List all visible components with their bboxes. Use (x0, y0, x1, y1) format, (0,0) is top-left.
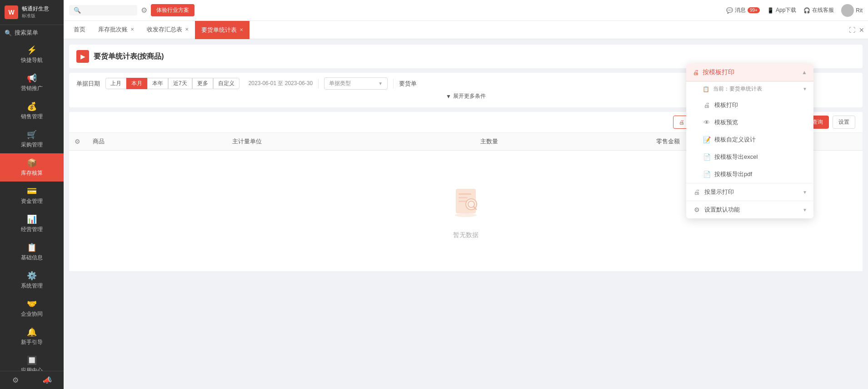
date-btn-7days[interactable]: 近7天 (168, 78, 192, 89)
sidebar-label-finance: 资金管理 (21, 197, 43, 205)
sidebar-label-sales: 销售管理 (21, 113, 43, 121)
tab-receipt-summary-label: 收发存汇总表 (147, 25, 182, 34)
dropdown-section-display-print[interactable]: 🖨 按显示打印 ▼ (686, 183, 813, 201)
topbar-app-download[interactable]: 📱 App下载 (767, 6, 796, 14)
sidebar-item-inventory[interactable]: 📦 库存核算 (0, 153, 64, 182)
type-filter-select[interactable]: 单据类型 ▼ (324, 77, 388, 90)
date-filter-label: 单据日期 (76, 80, 100, 88)
sidebar-icon-sales: 💰 (27, 101, 37, 111)
date-btn-prev-month[interactable]: 上月 (105, 78, 126, 89)
tab-receipt-summary[interactable]: 收发存汇总表 ✕ (140, 21, 195, 39)
topbar-messages[interactable]: 💬 消息 99+ (726, 6, 760, 14)
sidebar-icon-operation: 📊 (27, 214, 37, 224)
messages-badge: 99+ (748, 7, 760, 13)
date-btn-custom[interactable]: 自定义 (213, 78, 239, 89)
date-toggle: 上月 本月 本年 近7天 更多 自定义 (105, 78, 239, 89)
sidebar-item-basic[interactable]: 📋 基础信息 (0, 238, 64, 266)
sidebar-icon-basic: 📋 (27, 242, 37, 253)
dropdown-item-template-export-excel[interactable]: 📄 按模板导出excel (686, 148, 813, 166)
sidebar-icon-purchase: 🛒 (27, 130, 37, 140)
template-icon: 📋 (703, 86, 709, 92)
sidebar-label-marketing: 营销推广 (21, 85, 43, 92)
date-btn-current-month[interactable]: 本月 (126, 78, 147, 89)
page-back-btn[interactable]: ▶ (76, 50, 89, 63)
dropdown-menu: 🖨 按模板打印 ▲ 📋 当前：要货单统计表 ▼ 🖨 模板打印 👁 模板预览 📝 … (686, 64, 813, 218)
sidebar-search-item[interactable]: 🔍 搜索菜单 (0, 25, 64, 40)
sidebar-item-sales[interactable]: 💰 销售管理 (0, 97, 64, 125)
phone-icon: 📱 (767, 7, 774, 14)
template-design-label: 模板自定义设计 (714, 136, 756, 144)
topbar-search-input[interactable] (84, 7, 129, 14)
sidebar: W 畅通好生意 标准版 🔍 搜索菜单 ⚡ 快捷导航 📢 营销推广 💰 销售管理 … (0, 0, 64, 389)
topbar-gear-icon[interactable]: ⚙ (141, 6, 147, 15)
logo-icon: W (5, 5, 18, 19)
template-export-excel-label: 按模板导出excel (714, 153, 758, 161)
logo-text: 畅通好生意 标准版 (22, 5, 49, 19)
date-btn-current-year[interactable]: 本年 (147, 78, 168, 89)
sidebar-item-guide[interactable]: 🔔 新手引导 (0, 323, 64, 351)
dropdown-item-template-design[interactable]: 📝 模板自定义设计 (686, 131, 813, 148)
sidebar-nav: ⚡ 快捷导航 📢 营销推广 💰 销售管理 🛒 采购管理 📦 库存核算 💳 资金管… (0, 40, 64, 371)
pdf-icon-item: 📄 (703, 171, 711, 178)
topbar-right: 💬 消息 99+ 📱 App下载 🎧 在线客服 Rit (726, 4, 863, 17)
topbar-user[interactable]: Rit (841, 4, 863, 17)
topbar-online-service[interactable]: 🎧 在线客服 (803, 6, 834, 14)
tab-home-label: 首页 (74, 25, 85, 34)
sidebar-icon-system: ⚙️ (27, 271, 37, 281)
empty-text: 暂无数据 (453, 231, 479, 239)
tab-close-all-icon[interactable]: ✕ (859, 26, 864, 34)
sidebar-item-quick-nav[interactable]: ⚡ 快捷导航 (0, 40, 64, 69)
dropdown-current-template[interactable]: 📋 当前：要货单统计表 ▼ (686, 81, 813, 96)
topbar: 🔍 ⚙ 体验行业方案 💬 消息 99+ 📱 App下载 🎧 在线客服 Rit (64, 0, 868, 21)
dropdown-item-template-print[interactable]: 🖨 模板打印 (686, 96, 813, 114)
sidebar-item-apps[interactable]: 🔲 应用中心 (0, 351, 64, 371)
tab-batch-account[interactable]: 库存批次账 ✕ (92, 21, 140, 39)
expand-label: 展开更多条件 (453, 92, 486, 100)
sidebar-item-operation[interactable]: 📊 经营管理 (0, 210, 64, 238)
tab-order-stats[interactable]: 要货单统计表 ✕ (195, 21, 249, 39)
user-name: Rit (856, 7, 863, 14)
sidebar-settings-icon[interactable]: ⚙ (12, 376, 19, 384)
sidebar-item-collab[interactable]: 🤝 企业协同 (0, 294, 64, 323)
sidebar-label-quick-nav: 快捷导航 (21, 56, 43, 64)
dropdown-item-template-export-pdf[interactable]: 📄 按模板导出pdf (686, 166, 813, 183)
date-range-display: 2023-06-01 至 2023-06-30 (249, 80, 313, 87)
settings-btn[interactable]: 设置 (833, 116, 855, 129)
sidebar-item-marketing[interactable]: 📢 营销推广 (0, 69, 64, 97)
sidebar-icon-collab: 🤝 (27, 299, 37, 309)
sidebar-speaker-icon[interactable]: 📣 (43, 376, 52, 384)
table-settings-icon[interactable]: ⚙ (75, 138, 80, 145)
sidebar-icon-quick-nav: ⚡ (27, 45, 37, 55)
tab-order-stats-close[interactable]: ✕ (239, 27, 243, 32)
industry-btn[interactable]: 体验行业方案 (151, 4, 195, 16)
sidebar-label-operation: 经营管理 (21, 226, 43, 233)
dropdown-section-set-default[interactable]: ⚙ 设置默认功能 ▼ (686, 201, 813, 218)
sidebar-item-finance[interactable]: 💳 资金管理 (0, 182, 64, 210)
tab-receipt-summary-close[interactable]: ✕ (185, 27, 189, 32)
date-btn-more[interactable]: 更多 (192, 78, 213, 89)
online-service-label: 在线客服 (812, 6, 834, 14)
col-product: 商品 (87, 133, 227, 151)
col-settings[interactable]: ⚙ (69, 133, 87, 151)
tabbar: 首页 库存批次账 ✕ 收发存汇总表 ✕ 要货单统计表 ✕ ⛶ ✕ (64, 21, 868, 39)
sidebar-search-label: 搜索菜单 (15, 29, 38, 37)
topbar-search-box[interactable]: 🔍 (69, 5, 137, 15)
headset-icon: 🎧 (803, 7, 810, 14)
template-export-pdf-label: 按模板导出pdf (714, 170, 752, 178)
expand-icon: ▼ (446, 93, 451, 100)
display-print-label: 按显示打印 (704, 188, 734, 196)
search-icon: 🔍 (5, 30, 12, 36)
dropdown-chevron-up-icon[interactable]: ▲ (802, 69, 807, 76)
tab-maximize-icon[interactable]: ⛶ (849, 26, 855, 34)
filter-divider-2 (393, 79, 394, 88)
sidebar-item-system[interactable]: ⚙️ 系统管理 (0, 266, 64, 294)
tab-home[interactable]: 首页 (67, 21, 92, 39)
template-preview-label: 模板预览 (714, 118, 738, 126)
topbar-left: 🔍 ⚙ 体验行业方案 (69, 4, 195, 16)
sidebar-item-purchase[interactable]: 🛒 采购管理 (0, 125, 64, 153)
set-default-icon: ⚙ (693, 206, 701, 213)
tab-batch-account-label: 库存批次账 (98, 25, 128, 34)
dropdown-item-template-preview[interactable]: 👁 模板预览 (686, 114, 813, 131)
tab-batch-account-close[interactable]: ✕ (130, 27, 134, 32)
set-default-label: 设置默认功能 (704, 206, 740, 214)
